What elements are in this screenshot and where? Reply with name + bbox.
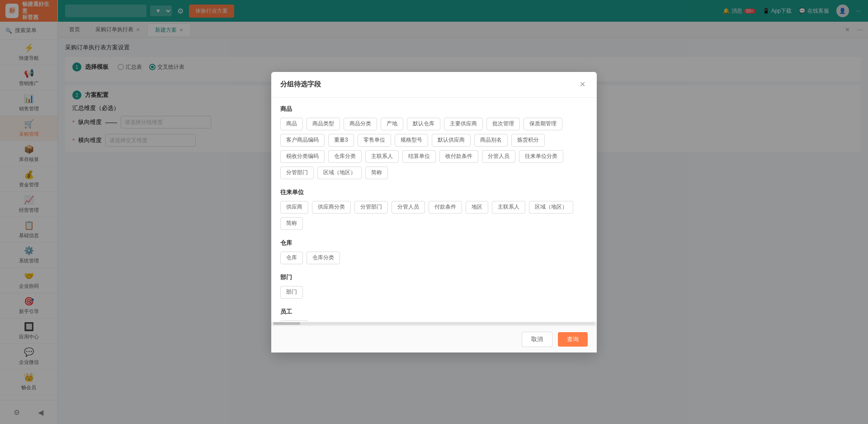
field-tag-product-23[interactable]: 区域（地区） [317, 167, 362, 179]
modal-overlay[interactable]: 分组待选字段 ✕ 商品 商品 商品类型 商品分类 产地 默认仓库 主要供应商 批… [0, 0, 868, 424]
field-tags-product: 商品 商品类型 商品分类 产地 默认仓库 主要供应商 批次管理 保质期管理 客户… [280, 118, 588, 179]
field-section-department: 部门 部门 [280, 273, 588, 299]
modal-cancel-button[interactable]: 取消 [522, 332, 552, 347]
field-tag-product-12[interactable]: 默认供应商 [432, 134, 471, 147]
field-section-partner: 往来单位 供应商 供应商分类 分管部门 分管人员 付款条件 地区 主联系人 区域… [280, 188, 588, 230]
modal-dialog: 分组待选字段 ✕ 商品 商品 商品类型 商品分类 产地 默认仓库 主要供应商 批… [271, 72, 597, 353]
modal-body: 商品 商品 商品类型 商品分类 产地 默认仓库 主要供应商 批次管理 保质期管理… [271, 98, 597, 322]
field-section-department-title: 部门 [280, 273, 588, 281]
field-tag-product-24[interactable]: 简称 [365, 167, 388, 179]
field-tag-product-20[interactable]: 分管人员 [482, 150, 515, 163]
field-tag-partner-6[interactable]: 主联系人 [492, 201, 525, 214]
field-tag-partner-0[interactable]: 供应商 [280, 201, 308, 214]
field-tag-product-11[interactable]: 规格型号 [395, 134, 428, 147]
modal-title: 分组待选字段 [280, 80, 321, 89]
field-tag-partner-2[interactable]: 分管部门 [354, 201, 388, 214]
field-section-partner-title: 往来单位 [280, 188, 588, 196]
field-tag-department-0[interactable]: 部门 [280, 286, 303, 299]
field-tag-partner-8[interactable]: 简称 [280, 217, 303, 230]
field-tag-product-3[interactable]: 产地 [381, 118, 403, 130]
field-section-employee: 员工 业务员 [280, 308, 588, 322]
field-tag-product-5[interactable]: 主要供应商 [444, 118, 483, 130]
field-tag-product-15[interactable]: 税收分类编码 [280, 150, 325, 163]
field-section-employee-title: 员工 [280, 308, 588, 316]
field-tag-product-0[interactable]: 商品 [280, 118, 303, 130]
field-tag-product-19[interactable]: 收付款条件 [439, 150, 478, 163]
field-tag-product-7[interactable]: 保质期管理 [524, 118, 562, 130]
field-tag-product-22[interactable]: 分管部门 [280, 167, 314, 179]
modal-close-button[interactable]: ✕ [577, 79, 588, 90]
field-tag-product-8[interactable]: 客户商品编码 [280, 134, 325, 147]
field-section-warehouse-title: 仓库 [280, 239, 588, 247]
field-tag-warehouse-0[interactable]: 仓库 [280, 252, 303, 264]
modal-hscroll-thumb[interactable] [273, 322, 300, 325]
field-tag-partner-3[interactable]: 分管人员 [392, 201, 425, 214]
field-tag-product-2[interactable]: 商品分类 [344, 118, 377, 130]
field-tag-partner-4[interactable]: 付款条件 [429, 201, 462, 214]
field-tag-product-6[interactable]: 批次管理 [486, 118, 520, 130]
field-tag-partner-7[interactable]: 区域（地区） [529, 201, 573, 214]
field-tag-partner-5[interactable]: 地区 [466, 201, 488, 214]
field-tag-product-13[interactable]: 商品别名 [474, 134, 508, 147]
field-tag-product-9[interactable]: 重量3 [328, 134, 354, 147]
field-tag-partner-1[interactable]: 供应商分类 [312, 201, 351, 214]
field-tags-department: 部门 [280, 286, 588, 299]
field-section-product: 商品 商品 商品类型 商品分类 产地 默认仓库 主要供应商 批次管理 保质期管理… [280, 105, 588, 179]
field-tag-product-17[interactable]: 主联系人 [365, 150, 399, 163]
modal-header: 分组待选字段 ✕ [271, 72, 597, 98]
field-tag-product-18[interactable]: 结算单位 [402, 150, 436, 163]
field-tag-product-14[interactable]: 炼货积分 [511, 134, 545, 147]
modal-confirm-button[interactable]: 查询 [558, 332, 588, 347]
modal-hscroll-track [273, 322, 595, 325]
field-tag-warehouse-1[interactable]: 仓库分类 [307, 252, 340, 264]
field-tag-product-16[interactable]: 仓库分类 [328, 150, 362, 163]
field-tag-product-1[interactable]: 商品类型 [307, 118, 340, 130]
field-tag-product-4[interactable]: 默认仓库 [407, 118, 440, 130]
field-section-warehouse: 仓库 仓库 仓库分类 [280, 239, 588, 264]
modal-hscroll[interactable] [271, 322, 597, 326]
field-tag-product-10[interactable]: 零售单位 [358, 134, 391, 147]
modal-footer: 取消 查询 [271, 326, 597, 353]
field-tags-warehouse: 仓库 仓库分类 [280, 252, 588, 264]
field-tag-product-21[interactable]: 往来单位分类 [519, 150, 563, 163]
field-section-product-title: 商品 [280, 105, 588, 113]
field-tags-partner: 供应商 供应商分类 分管部门 分管人员 付款条件 地区 主联系人 区域（地区） … [280, 201, 588, 230]
